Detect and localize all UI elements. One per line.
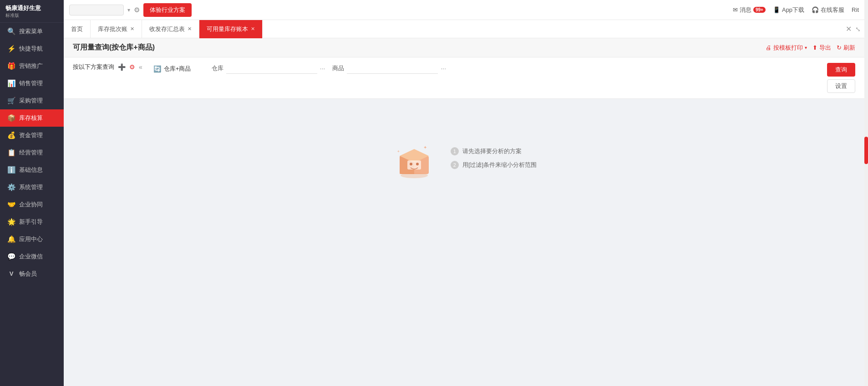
tab-available[interactable]: 可用量库存账本 ✕ [199,20,263,38]
message-icon: ✉ [733,6,738,13]
empty-tip-2: 2 用[过滤]条件来缩小分析范围 [451,161,537,169]
finance-icon: 💰 [7,131,15,139]
message-badge: 99+ [753,7,766,13]
empty-tip-1: 1 请先选择要分析的方案 [451,147,537,155]
empty-illustration: ✦ ✦ [391,135,437,181]
filter-buttons: 查询 设置 [827,63,855,93]
logo-title: 畅康通好生意 [5,5,58,12]
sidebar-item-purchase[interactable]: 🛒 采购管理 [0,92,64,109]
svg-point-5 [410,163,412,165]
print-btn[interactable]: 🖨 按模板打印 ▾ [766,44,807,52]
product-label: 商品 [332,64,344,72]
cog-scheme-icon[interactable]: ⚙ [129,63,135,71]
search-icon: 🔍 [7,27,15,36]
sidebar-item-shortcut[interactable]: ⚡ 快捷导航 [0,40,64,57]
filter-scheme-label: 按以下方案查询 ➕ ⚙ « [73,63,142,71]
headset-icon: 🎧 [812,6,819,13]
scheme-list: 🔄 仓库+商品 [150,63,204,75]
page-title: 可用量查询(按仓库+商品) [73,43,155,52]
empty-state: ✦ ✦ 1 请先选择要分析的方案 2 用[ [64,99,864,217]
tip-1-num: 1 [451,147,459,155]
enterprise-icon: 🤝 [7,201,15,209]
tab-summary-close[interactable]: ✕ [188,26,192,32]
content-area: 可用量查询(按仓库+商品) 🖨 按模板打印 ▾ ⬆ 导出 ↻ 刷新 [64,38,864,386]
empty-tips: 1 请先选择要分析的方案 2 用[过滤]条件来缩小分析范围 [451,147,537,169]
system-icon: ⚙️ [7,183,15,191]
tab-available-close[interactable]: ✕ [251,26,255,32]
refresh-btn[interactable]: ↻ 刷新 [837,44,855,52]
tab-summary[interactable]: 收发存汇总表 ✕ [142,20,199,38]
sidebar-item-wechat[interactable]: 💬 企业微信 [0,248,64,265]
refresh-icon: ↻ [837,44,842,51]
svg-text:✦: ✦ [397,149,400,154]
sidebar-item-newbie[interactable]: 🌟 新手引导 [0,213,64,231]
topbar-search-input[interactable] [69,5,124,15]
sidebar-item-search[interactable]: 🔍 搜索菜单 [0,23,64,40]
sidebar-item-operation[interactable]: 📋 经营管理 [0,144,64,161]
topbar: ▾ ⚙ 体验行业方案 ✉ 消息 99+ 📱 App下载 🎧 在线客服 Rit [64,0,864,20]
sidebar-logo: 畅康通好生意 标准版 [0,0,64,23]
svg-text:✦: ✦ [423,145,427,150]
tab-batch[interactable]: 库存批次账 ✕ [91,20,142,38]
add-scheme-icon[interactable]: ➕ [118,63,126,71]
purchase-icon: 🛒 [7,97,15,105]
phone-icon: 📱 [773,6,780,13]
sidebar: 畅康通好生意 标准版 🔍 搜索菜单 ⚡ 快捷导航 🎁 营销推广 📊 销售管理 🛒… [0,0,64,386]
settings-btn[interactable]: 设置 [827,79,855,93]
scheme-item-warehouse-product[interactable]: 🔄 仓库+商品 [150,63,204,75]
sales-icon: 📊 [7,79,15,87]
svg-rect-4 [407,160,421,170]
topbar-gear-icon[interactable]: ⚙ [134,6,140,14]
product-more-icon[interactable]: ··· [441,65,446,72]
sidebar-item-marketing[interactable]: 🎁 营销推广 [0,57,64,75]
appcenter-icon: 🔔 [7,235,15,243]
operation-icon: 📋 [7,149,15,157]
inventory-icon: 📦 [7,114,15,122]
sidebar-item-enterprise[interactable]: 🤝 企业协同 [0,196,64,213]
product-input[interactable] [347,63,438,74]
collapse-scheme-icon[interactable]: « [139,63,142,71]
trial-btn[interactable]: 体验行业方案 [143,3,192,17]
topbar-chevron-icon[interactable]: ▾ [127,7,130,13]
basic-icon: ℹ️ [7,166,15,174]
topbar-online-service[interactable]: 🎧 在线客服 [812,6,844,14]
topbar-message[interactable]: ✉ 消息 99+ [733,6,766,14]
warehouse-more-icon[interactable]: ··· [320,65,325,72]
tab-home[interactable]: 首页 [64,20,91,38]
filter-area: 按以下方案查询 ➕ ⚙ « 🔄 仓库+商品 仓库 ··· 商品 [64,57,864,99]
filter-field-product: 商品 ··· [332,63,446,74]
sidebar-item-finance[interactable]: 💰 资金管理 [0,127,64,144]
sidebar-item-appcenter[interactable]: 🔔 应用中心 [0,231,64,248]
sidebar-item-system[interactable]: ⚙️ 系统管理 [0,179,64,196]
logo-sub: 标准版 [5,12,58,19]
warehouse-label: 仓库 [212,64,223,72]
right-scrollbar[interactable] [864,0,868,386]
shortcut-icon: ⚡ [7,45,15,53]
empty-state-inner: ✦ ✦ 1 请先选择要分析的方案 2 用[ [391,135,537,181]
query-btn[interactable]: 查询 [827,63,855,77]
marketing-icon: 🎁 [7,62,15,70]
wechat-icon: 💬 [7,252,15,261]
sidebar-item-basic[interactable]: ℹ️ 基础信息 [0,161,64,179]
sidebar-item-inventory[interactable]: 📦 库存核算 [0,109,64,127]
printer-icon: 🖨 [766,44,772,51]
topbar-user[interactable]: Rit [852,6,859,13]
warehouse-input[interactable] [226,63,317,74]
print-chevron-icon: ▾ [805,45,807,50]
export-icon: ⬆ [812,44,817,51]
tabbar-close-all-btn[interactable]: ✕ [846,25,852,33]
sidebar-item-member[interactable]: V 畅会员 [0,265,64,283]
sidebar-item-sales[interactable]: 📊 销售管理 [0,75,64,92]
scrollbar-thumb [864,137,868,164]
page-header: 可用量查询(按仓库+商品) 🖨 按模板打印 ▾ ⬆ 导出 ↻ 刷新 [64,38,864,57]
topbar-app-download[interactable]: 📱 App下载 [773,6,804,14]
sidebar-scroll: 🔍 搜索菜单 ⚡ 快捷导航 🎁 营销推广 📊 销售管理 🛒 采购管理 📦 库存核… [0,23,64,386]
newbie-icon: 🌟 [7,218,15,226]
member-icon: V [7,270,15,277]
tabbar-expand-btn[interactable]: ⤡ [855,26,861,33]
tab-batch-close[interactable]: ✕ [130,26,134,32]
export-btn[interactable]: ⬆ 导出 [812,44,831,52]
filter-field-warehouse: 仓库 ··· [212,63,325,74]
tabbar: 首页 库存批次账 ✕ 收发存汇总表 ✕ 可用量库存账本 ✕ ✕ ⤡ [64,20,864,38]
filter-fields: 仓库 ··· 商品 ··· [212,63,816,74]
